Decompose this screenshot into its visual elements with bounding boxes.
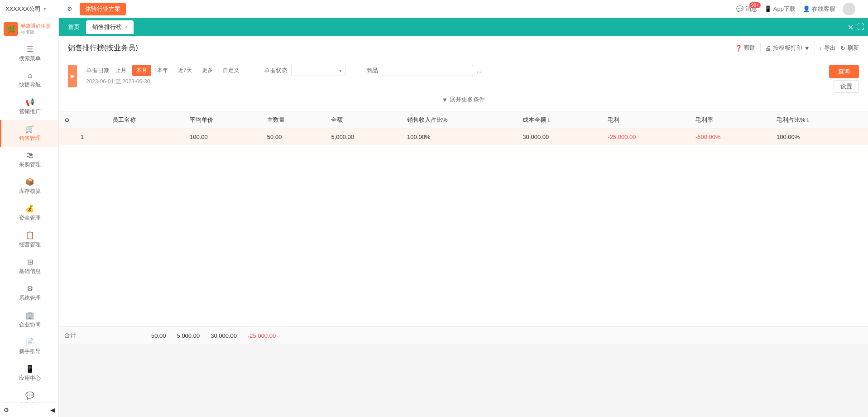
print-button[interactable]: 🖨 按模板打印 ▼ bbox=[760, 42, 815, 54]
th-avg-price: 平均单价 bbox=[184, 111, 262, 129]
marketing-icon: 📢 bbox=[25, 98, 34, 106]
refresh-icon: ↻ bbox=[840, 45, 845, 52]
sidebar-collapse-icon[interactable]: ◀ bbox=[50, 407, 55, 413]
sidebar-label-enterprise: 企业协同 bbox=[19, 321, 41, 329]
status-select[interactable] bbox=[291, 65, 345, 76]
more-filter-icon[interactable]: ... bbox=[477, 67, 482, 74]
th-sales-pct: 销售收入占比% bbox=[402, 111, 517, 129]
cell-sales-pct: 100.00% bbox=[402, 129, 517, 145]
gross-pct-info-icon[interactable]: ℹ bbox=[807, 117, 809, 123]
th-gross-rate: 毛利率 bbox=[690, 111, 771, 129]
th-settings[interactable]: ⚙ bbox=[59, 111, 75, 129]
sidebar-label-guide: 新手引导 bbox=[19, 348, 41, 355]
tab-close-icon[interactable]: × bbox=[125, 24, 127, 30]
footer-cost: 30,000.00 bbox=[205, 332, 242, 339]
footer-qty: 50.00 bbox=[146, 332, 172, 339]
data-table: ⚙ 员工名称 平均单价 主数量 全额 销售收入占比% 成本全额 ℹ 毛利 毛利率… bbox=[59, 111, 868, 145]
service-icon: 👤 bbox=[803, 5, 810, 12]
help-button[interactable]: ❓ 帮助 bbox=[735, 44, 756, 52]
print-icon: 🖨 bbox=[765, 45, 771, 52]
cell-cost: 30,000.00 bbox=[517, 129, 602, 145]
company-name: XXXXXX公司 bbox=[5, 5, 41, 13]
collapse-button[interactable]: ▶ bbox=[68, 65, 77, 87]
sidebar-item-search[interactable]: ☰ 搜索菜单 bbox=[0, 40, 58, 67]
filter-this-month[interactable]: 本月 bbox=[132, 65, 151, 76]
footer-amount: 5,000.00 bbox=[172, 332, 206, 339]
message-icon: 💬 bbox=[736, 5, 743, 12]
tab-bar-close-icon[interactable]: ✕ bbox=[848, 23, 854, 32]
sidebar-label-basic: 基础信息 bbox=[19, 268, 41, 275]
tab-bar-restore-icon[interactable]: ⛶ bbox=[857, 23, 864, 32]
sidebar-item-purchase[interactable]: 🛍 采购管理 bbox=[0, 147, 58, 173]
sidebar-item-quick[interactable]: ⌂ 快捷导航 bbox=[0, 67, 58, 93]
goods-input[interactable] bbox=[382, 65, 473, 76]
query-button[interactable]: 查询 bbox=[829, 65, 859, 78]
sidebar-item-guide[interactable]: 📄 新手引导 bbox=[0, 333, 58, 360]
sidebar-label-sales: 销售管理 bbox=[19, 134, 41, 142]
table-row: 1 100.00 50.00 5,000.00 100.00% 30,000.0… bbox=[59, 129, 868, 145]
th-rank bbox=[75, 111, 107, 129]
date-filter-label: 单据日期 bbox=[86, 67, 110, 75]
filter-more[interactable]: 更多 bbox=[198, 65, 217, 76]
message-button[interactable]: 💬 消息 99+ bbox=[736, 5, 757, 13]
inventory-icon: 📦 bbox=[25, 177, 34, 186]
table-footer: 合计 50.00 5,000.00 30,000.00 -25,000.00 bbox=[59, 326, 868, 344]
refresh-label: 刷新 bbox=[847, 44, 859, 52]
cell-gross-pct: 100.00% bbox=[771, 129, 868, 145]
cell-amount: 5,000.00 bbox=[326, 129, 402, 145]
export-button[interactable]: ↓ 导出 bbox=[820, 44, 836, 52]
filter-settings-button[interactable]: 设置 bbox=[834, 80, 859, 93]
tab-home[interactable]: 首页 bbox=[62, 19, 85, 35]
apps-icon: 📱 bbox=[25, 364, 34, 373]
finance-icon: 💰 bbox=[25, 204, 34, 213]
avatar[interactable] bbox=[843, 3, 855, 15]
message-badge: 99+ bbox=[749, 2, 761, 8]
expand-more-button[interactable]: ▼ 展开更多条件 bbox=[442, 96, 485, 104]
trial-button[interactable]: 体验行业方案 bbox=[80, 3, 126, 15]
basic-icon: ⊞ bbox=[27, 258, 33, 266]
sidebar-item-marketing[interactable]: 📢 营销推广 bbox=[0, 93, 58, 120]
help-icon: ❓ bbox=[735, 45, 742, 52]
settings-icon[interactable]: ⚙ bbox=[63, 3, 76, 15]
sidebar-label-purchase: 采购管理 bbox=[19, 161, 41, 168]
th-cost: 成本全额 ℹ bbox=[517, 111, 602, 129]
refresh-button[interactable]: ↻ 刷新 bbox=[840, 44, 859, 52]
logo-area: 🌿 畅康通好生意 标准版 bbox=[0, 18, 58, 40]
search-menu-icon: ☰ bbox=[27, 45, 33, 53]
cost-info-icon[interactable]: ℹ bbox=[548, 117, 550, 123]
status-filter-label: 单据状态 bbox=[264, 67, 288, 75]
guide-icon: 📄 bbox=[25, 338, 34, 346]
filter-7days[interactable]: 近7天 bbox=[174, 65, 196, 76]
sidebar-item-sales[interactable]: 🛒 销售管理 bbox=[0, 120, 58, 147]
sidebar-item-enterprise[interactable]: 🏢 企业协同 bbox=[0, 307, 58, 333]
sidebar-item-wechat[interactable]: 💬 企业微信 bbox=[0, 387, 58, 403]
enterprise-icon: 🏢 bbox=[25, 311, 34, 320]
filter-custom[interactable]: 自定义 bbox=[219, 65, 243, 76]
sidebar-item-system[interactable]: ⚙ 系统管理 bbox=[0, 280, 58, 307]
date-range-display: 2023-06-01 至 2023-06-30 bbox=[86, 78, 243, 86]
operation-icon: 📋 bbox=[25, 231, 34, 240]
th-amount: 全额 bbox=[326, 111, 402, 129]
tab-label: 销售排行榜 bbox=[92, 23, 122, 31]
sidebar-settings-icon[interactable]: ⚙ bbox=[4, 407, 9, 413]
company-dropdown-icon: ▼ bbox=[43, 6, 47, 11]
system-icon: ⚙ bbox=[27, 284, 33, 293]
footer-label: 合计 bbox=[64, 331, 146, 340]
app-download-button[interactable]: 📱 App下载 bbox=[764, 5, 796, 13]
sidebar-item-apps[interactable]: 📱 应用中心 bbox=[0, 360, 58, 387]
sidebar-item-basic[interactable]: ⊞ 基础信息 bbox=[0, 253, 58, 280]
sidebar-label-inventory: 库存核算 bbox=[19, 187, 41, 195]
cell-gross-rate: -500.00% bbox=[690, 129, 771, 145]
filter-this-year[interactable]: 本年 bbox=[153, 65, 172, 76]
th-gross-pct: 毛利占比% ℹ bbox=[771, 111, 868, 129]
online-service-button[interactable]: 👤 在线客服 bbox=[803, 5, 835, 13]
sidebar-label-search: 搜索菜单 bbox=[19, 55, 41, 62]
tab-sales-ranking[interactable]: 销售排行榜 × bbox=[86, 20, 134, 34]
sidebar-label-finance: 资金管理 bbox=[19, 214, 41, 222]
sidebar-item-operation[interactable]: 📋 经营管理 bbox=[0, 226, 58, 253]
company-selector[interactable]: XXXXXX公司 ▼ bbox=[5, 5, 60, 13]
filter-last-month[interactable]: 上月 bbox=[111, 65, 130, 76]
sidebar-item-inventory[interactable]: 📦 库存核算 bbox=[0, 173, 58, 200]
th-gross: 毛利 bbox=[602, 111, 690, 129]
sidebar-item-finance[interactable]: 💰 资金管理 bbox=[0, 200, 58, 226]
